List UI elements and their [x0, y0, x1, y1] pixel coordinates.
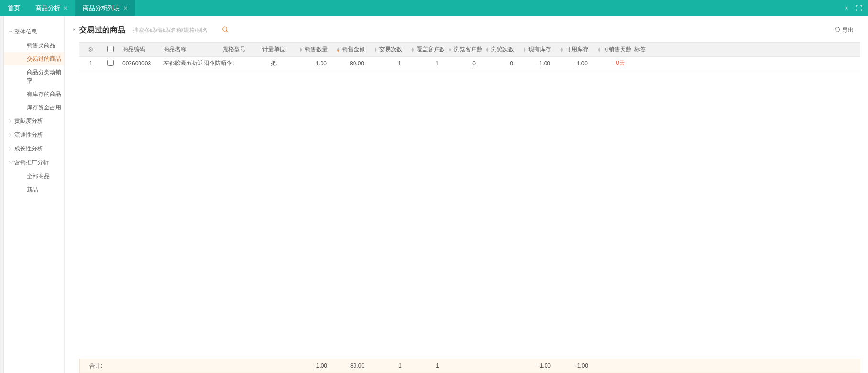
- chevron-right-icon: 〉: [9, 146, 13, 152]
- cell-tx: 1: [370, 57, 407, 70]
- close-icon[interactable]: ×: [124, 5, 127, 11]
- column-tx-label: 交易次数: [379, 46, 402, 53]
- export-button[interactable]: 导出: [830, 25, 857, 36]
- sidebar-item-new-goods[interactable]: 新品: [4, 183, 64, 196]
- cell-unit: 把: [252, 57, 295, 70]
- chevron-right-icon: 〉: [9, 118, 13, 125]
- column-select-all[interactable]: [102, 43, 118, 57]
- sidebar: ﹀ 整体信息 销售类商品 交易过的商品 商品分类动销率 有库存的商品 库存资金占…: [4, 16, 65, 373]
- collapse-sidebar-icon[interactable]: «: [69, 24, 79, 33]
- column-tags-label: 标签: [634, 46, 646, 53]
- sidebar-group-marketing[interactable]: ﹀ 营销推广分析: [4, 156, 64, 170]
- window-controls: ×: [842, 0, 868, 16]
- header-row: 交易过的商品 导出: [79, 22, 860, 38]
- close-icon[interactable]: ×: [64, 5, 67, 11]
- totals-avail: -1.00: [557, 362, 594, 369]
- header-right: 导出: [830, 25, 860, 36]
- sidebar-group-growth-label: 成长性分析: [14, 145, 43, 153]
- data-table: ⚙ 商品编码 商品名称 规格型号 计量单位 ▲▼销售数量 ▲▼销售金额 ▲▼交易…: [79, 42, 860, 70]
- totals-cust: 1: [407, 362, 445, 369]
- tab-analysis-list[interactable]: 商品分析列表 ×: [75, 0, 135, 16]
- column-avail[interactable]: ▲▼可用库存: [556, 43, 593, 57]
- left-gutter: [0, 16, 4, 373]
- column-cust[interactable]: ▲▼覆盖客户数: [407, 43, 444, 57]
- export-label: 导出: [842, 26, 854, 34]
- cell-amount: 89.00: [332, 57, 370, 70]
- totals-amount: 89.00: [333, 362, 370, 369]
- sidebar-item-all-goods[interactable]: 全部商品: [4, 170, 64, 183]
- sidebar-group-growth[interactable]: 〉 成长性分析: [4, 142, 64, 156]
- select-all-checkbox[interactable]: [107, 46, 114, 52]
- column-avail-label: 可用库存: [566, 46, 589, 53]
- cell-select[interactable]: [102, 57, 118, 70]
- totals-tx: 1: [370, 362, 407, 369]
- cell-avail: -1.00: [556, 57, 593, 70]
- sort-icon: ▲▼: [560, 47, 564, 52]
- column-spec[interactable]: 规格型号: [219, 43, 252, 57]
- sidebar-group-overall-label: 整体信息: [14, 28, 37, 36]
- totals-stock: -1.00: [519, 362, 557, 369]
- gear-icon: ⚙: [88, 46, 94, 53]
- column-code[interactable]: 商品编码: [118, 43, 160, 57]
- column-stock[interactable]: ▲▼现有库存: [519, 43, 556, 57]
- column-tags[interactable]: 标签: [631, 43, 860, 57]
- column-name[interactable]: 商品名称: [160, 43, 219, 57]
- sort-icon: ▲▼: [597, 47, 601, 52]
- expand-window-icon[interactable]: [855, 4, 863, 12]
- sidebar-item-category-ratio[interactable]: 商品分类动销率: [4, 65, 64, 87]
- cell-qty: 1.00: [295, 57, 332, 70]
- column-unit[interactable]: 计量单位: [252, 43, 295, 57]
- totals-row: 合计: 1.00 89.00 1 1 -1.00 -1.00: [79, 359, 860, 373]
- main-panel: 交易过的商品 导出: [65, 16, 868, 373]
- sidebar-item-sales-goods[interactable]: 销售类商品: [4, 39, 64, 52]
- cell-name: 左都胶囊五折遮阳伞防晒伞;: [160, 57, 219, 70]
- tab-analysis[interactable]: 商品分析 ×: [28, 0, 75, 16]
- cell-browse-cnt: 0: [482, 57, 519, 70]
- sort-icon: ▲▼: [523, 47, 526, 52]
- tab-home[interactable]: 首页: [0, 0, 28, 16]
- sidebar-item-traded-goods[interactable]: 交易过的商品: [4, 52, 64, 65]
- column-settings[interactable]: ⚙: [79, 43, 102, 57]
- column-browse-cnt[interactable]: ▲▼浏览次数: [482, 43, 519, 57]
- cell-stock: -1.00: [519, 57, 556, 70]
- sidebar-group-liquidity-label: 流通性分析: [14, 131, 43, 139]
- column-amount[interactable]: ▲▼销售金额: [332, 43, 370, 57]
- table-header-row: ⚙ 商品编码 商品名称 规格型号 计量单位 ▲▼销售数量 ▲▼销售金额 ▲▼交易…: [79, 43, 860, 57]
- cell-index: 1: [79, 57, 102, 70]
- sidebar-item-stocked-goods[interactable]: 有库存的商品: [4, 87, 64, 101]
- table-row[interactable]: 1 002600003 左都胶囊五折遮阳伞防晒伞; 把 1.00 89.00 1…: [79, 57, 860, 70]
- column-browse-cnt-label: 浏览次数: [491, 46, 514, 53]
- column-qty-label: 销售数量: [305, 46, 328, 53]
- column-browse-cust[interactable]: ▲▼浏览客户数: [444, 43, 482, 57]
- column-name-label: 商品名称: [163, 46, 186, 53]
- chevron-down-icon: ﹀: [9, 29, 13, 35]
- workspace: ﹀ 整体信息 销售类商品 交易过的商品 商品分类动销率 有库存的商品 库存资金占…: [0, 16, 868, 373]
- sort-icon: ▲▼: [336, 47, 340, 52]
- sort-icon: ▲▼: [299, 47, 303, 52]
- column-days[interactable]: ▲▼可销售天数: [593, 43, 631, 57]
- search-input[interactable]: [133, 24, 219, 36]
- refresh-icon: [834, 26, 840, 34]
- cell-browse-cust[interactable]: 0: [444, 57, 482, 70]
- close-window-icon[interactable]: ×: [842, 4, 851, 12]
- column-qty[interactable]: ▲▼销售数量: [295, 43, 332, 57]
- totals-qty: 1.00: [296, 362, 333, 369]
- column-cust-label: 覆盖客户数: [417, 46, 445, 53]
- column-tx[interactable]: ▲▼交易次数: [370, 43, 407, 57]
- sidebar-group-contribution[interactable]: 〉 贡献度分析: [4, 114, 64, 128]
- top-tab-bar: 首页 商品分析 × 商品分析列表 × ×: [0, 0, 868, 16]
- totals-label: 合计:: [80, 362, 103, 370]
- sort-icon: ▲▼: [374, 47, 377, 52]
- sort-icon: ▲▼: [411, 47, 415, 52]
- row-checkbox[interactable]: [107, 60, 114, 66]
- column-days-label: 可销售天数: [603, 46, 632, 53]
- search-icon[interactable]: [222, 26, 229, 34]
- sidebar-group-overall[interactable]: ﹀ 整体信息: [4, 25, 64, 39]
- sidebar-item-stock-capital[interactable]: 库存资金占用: [4, 101, 64, 114]
- sidebar-group-liquidity[interactable]: 〉 流通性分析: [4, 128, 64, 142]
- page-title: 交易过的商品: [79, 25, 125, 35]
- column-spec-label: 规格型号: [223, 46, 246, 53]
- cell-cust: 1: [407, 57, 444, 70]
- link-browse-cust[interactable]: 0: [472, 60, 476, 67]
- column-code-label: 商品编码: [122, 46, 145, 53]
